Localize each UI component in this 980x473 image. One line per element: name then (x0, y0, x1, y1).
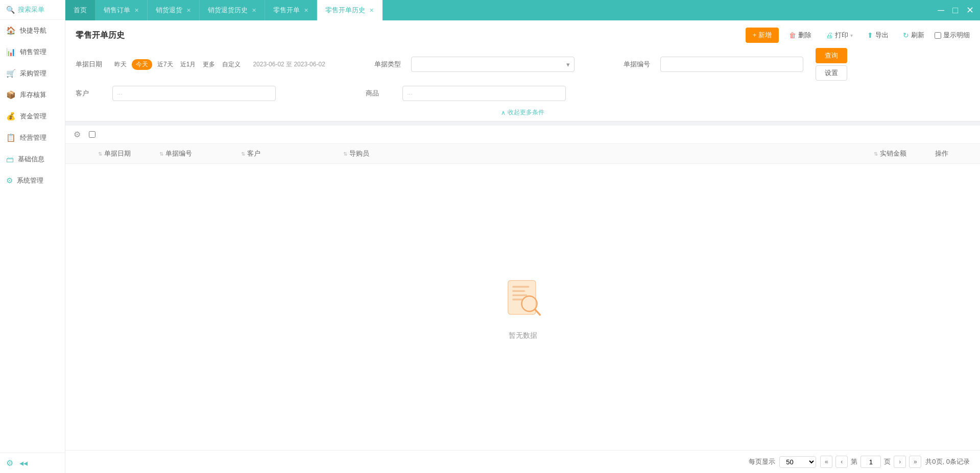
sidebar-item-sys-mgmt[interactable]: ⚙系统管理 (0, 170, 65, 191)
sidebar-nav: 🏠快捷导航📊销售管理🛒采购管理📦库存核算💰资金管理📋经营管理🗃基础信息⚙系统管理 (0, 20, 65, 453)
delete-button[interactable]: 🗑 删除 (785, 29, 816, 42)
refresh-button[interactable]: ↻ 刷新 (899, 29, 928, 42)
window-maximize-icon[interactable]: □ (952, 5, 958, 16)
type-filter-label: 单据类型 (374, 60, 403, 69)
col-header-number[interactable]: ⇅ 单据编号 (155, 144, 237, 163)
sidebar-icon-purchase-mgmt: 🛒 (6, 69, 16, 78)
sidebar-item-ops-mgmt[interactable]: 📋经营管理 (0, 127, 65, 148)
tab-label-sales-order: 销售订单 (104, 6, 130, 15)
sidebar-search-label: 搜索采单 (18, 5, 44, 14)
tab-close-sales-order[interactable]: ✕ (134, 7, 139, 14)
sidebar-item-quick-nav[interactable]: 🏠快捷导航 (0, 20, 65, 41)
table-area: ⚙ ⇅ 单据日期 ⇅ 单据编号 ⇅ 客户 ⇅ 导购 (65, 126, 980, 450)
sidebar-search[interactable]: 🔍 搜索采单 (0, 0, 65, 20)
col-header-customer[interactable]: ⇅ 客户 (237, 144, 339, 163)
settings-button[interactable]: 设置 (816, 65, 847, 81)
print-chevron-icon: ▾ (850, 33, 853, 38)
svg-point-6 (524, 298, 534, 309)
filter-row-date: 单据日期 昨天 今天 近7天 近1月 更多 自定义 2023-06-02 至 2… (76, 48, 970, 81)
sidebar-item-purchase-mgmt[interactable]: 🛒采购管理 (0, 63, 65, 84)
collapse-filter-btn[interactable]: ∧ 收起更多条件 (76, 106, 970, 121)
tab-sales-return[interactable]: 销货退货✕ (148, 0, 200, 20)
type-filter-select[interactable]: ▾ (411, 57, 575, 72)
gear-icon[interactable]: ⚙ (6, 458, 13, 468)
select-all-checkbox[interactable] (89, 131, 95, 138)
show-detail-checkbox[interactable]: 显示明细 (935, 31, 970, 40)
show-detail-input[interactable] (935, 32, 941, 39)
sidebar-label-basic-info: 基础信息 (18, 155, 44, 164)
prev-page-btn[interactable]: ‹ (835, 456, 848, 468)
customer-filter-select[interactable]: ··· (112, 86, 276, 101)
number-filter-input[interactable] (660, 57, 803, 72)
sidebar-label-sales-mgmt: 销售管理 (20, 47, 46, 57)
sidebar: 🔍 搜索采单 🏠快捷导航📊销售管理🛒采购管理📦库存核算💰资金管理📋经营管理🗃基础… (0, 0, 65, 473)
date-filter-btns: 昨天 今天 近7天 近1月 更多 自定义 (112, 59, 243, 70)
show-detail-label: 显示明细 (943, 31, 970, 40)
next-page-btn[interactable]: › (894, 456, 906, 468)
date-btn-7days[interactable]: 近7天 (155, 59, 175, 70)
date-btn-custom[interactable]: 自定义 (220, 59, 243, 70)
sort-number-icon: ⇅ (159, 151, 163, 157)
svg-rect-1 (512, 286, 529, 287)
sidebar-item-basic-info[interactable]: 🗃基础信息 (0, 148, 65, 170)
date-btn-yesterday[interactable]: 昨天 (112, 59, 129, 70)
page-number-input[interactable]: 1 (861, 456, 881, 468)
date-btn-more[interactable]: 更多 (201, 59, 217, 70)
sort-amount-icon: ⇅ (874, 151, 878, 157)
type-chevron-icon: ▾ (566, 61, 570, 68)
print-button[interactable]: 🖨 打印 ▾ (822, 29, 857, 42)
empty-state: 暂无数据 (65, 164, 980, 450)
col-header-checkbox (74, 144, 94, 163)
collapse-sidebar-icon[interactable]: ◂◂ (19, 458, 28, 468)
sidebar-label-purchase-mgmt: 采购管理 (20, 69, 46, 78)
sort-guide-icon: ⇅ (343, 151, 347, 157)
sidebar-item-sales-mgmt[interactable]: 📊销售管理 (0, 41, 65, 63)
sidebar-icon-basic-info: 🗃 (6, 155, 14, 164)
sidebar-label-sys-mgmt: 系统管理 (17, 176, 43, 185)
date-range-display: 2023-06-02 至 2023-06-02 (253, 60, 325, 69)
first-page-btn[interactable]: « (820, 456, 832, 468)
tab-close-sales-return-history[interactable]: ✕ (252, 7, 256, 14)
sidebar-icon-ops-mgmt: 📋 (6, 133, 16, 142)
col-header-amount[interactable]: ⇅ 实销金额 (870, 144, 931, 163)
tab-home[interactable]: 首页 (65, 0, 95, 20)
delete-icon: 🗑 (789, 31, 796, 39)
goods-filter-select[interactable]: ··· (402, 86, 566, 101)
export-button[interactable]: ⬆ 导出 (863, 29, 893, 42)
new-button[interactable]: + 新增 (746, 28, 779, 43)
col-header-guide[interactable]: ⇅ 导购员 (339, 144, 416, 163)
page-header: 零售开单历史 + 新增 🗑 删除 🖨 打印 ▾ ⬆ 导出 (65, 20, 980, 121)
goods-filter-label: 商品 (366, 89, 394, 98)
sidebar-icon-finance: 💰 (6, 112, 16, 121)
date-btn-today[interactable]: 今天 (132, 59, 152, 70)
tab-bar: 首页销售订单✕销货退货✕销货退货历史✕零售开单✕零售开单历史✕ ─ □ ✕ (65, 0, 980, 20)
sidebar-icon-quick-nav: 🏠 (6, 26, 16, 35)
last-page-btn[interactable]: » (909, 456, 921, 468)
tab-retail-open-history[interactable]: 零售开单历史✕ (317, 0, 383, 20)
sidebar-item-inventory[interactable]: 📦库存核算 (0, 84, 65, 106)
page-label: 页 (884, 457, 891, 466)
tab-sales-order[interactable]: 销售订单✕ (95, 0, 148, 20)
tab-label-home: 首页 (74, 6, 87, 15)
filter-area: 单据日期 昨天 今天 近7天 近1月 更多 自定义 2023-06-02 至 2… (76, 48, 970, 121)
table-settings-icon[interactable]: ⚙ (74, 130, 81, 139)
per-page-select[interactable]: 50 10 20 100 (779, 456, 816, 468)
customer-placeholder: ··· (117, 90, 123, 97)
tab-close-sales-return[interactable]: ✕ (186, 7, 191, 14)
tab-retail-open[interactable]: 零售开单✕ (265, 0, 317, 20)
sort-date-icon: ⇅ (98, 151, 102, 157)
filter-row-customer: 客户 ··· 商品 ··· (76, 86, 970, 101)
date-btn-1month[interactable]: 近1月 (178, 59, 198, 70)
sidebar-item-finance[interactable]: 💰资金管理 (0, 106, 65, 127)
sidebar-footer: ⚙ ◂◂ (0, 453, 65, 473)
tab-close-retail-open[interactable]: ✕ (304, 7, 308, 14)
window-minimize-icon[interactable]: ─ (938, 5, 944, 16)
toolbar: + 新增 🗑 删除 🖨 打印 ▾ ⬆ 导出 ↻ (746, 28, 970, 43)
tab-sales-return-history[interactable]: 销货退货历史✕ (200, 0, 265, 20)
tab-close-retail-open-history[interactable]: ✕ (369, 7, 374, 14)
query-button[interactable]: 查询 (816, 48, 847, 63)
window-close-icon[interactable]: ✕ (966, 5, 974, 16)
refresh-icon: ↻ (903, 31, 909, 39)
tab-bar-right: ─ □ ✕ (938, 5, 980, 16)
col-header-date[interactable]: ⇅ 单据日期 (94, 144, 155, 163)
